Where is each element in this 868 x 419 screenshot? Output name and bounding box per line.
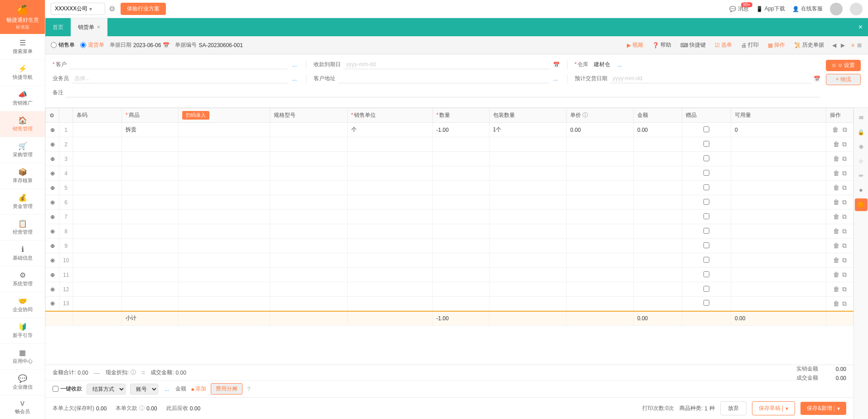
- row-price-12[interactable]: [567, 282, 634, 297]
- add-payment-btn[interactable]: ● 添加: [191, 385, 206, 393]
- row-unit-8[interactable]: [347, 224, 432, 239]
- rp-lock-btn[interactable]: 🔒: [855, 126, 868, 139]
- one-click-checkbox[interactable]: [53, 386, 58, 392]
- row-pkgqty-1[interactable]: 1个: [489, 123, 567, 137]
- gift-checkbox-3[interactable]: [703, 155, 709, 161]
- sidebar-item-purchase[interactable]: 🛒 采购管理: [0, 137, 45, 163]
- copy-icon-3[interactable]: ⧉: [841, 155, 848, 162]
- payment-method-select[interactable]: 结算方式: [87, 384, 126, 395]
- row-barcode-2[interactable]: [73, 137, 122, 152]
- row-goods-12[interactable]: [121, 282, 178, 297]
- sidebar-item-newguide[interactable]: 🔰 新手引导: [0, 318, 45, 344]
- delete-icon-2[interactable]: 🗑: [832, 140, 841, 148]
- gift-checkbox-11[interactable]: [703, 271, 709, 277]
- gift-checkbox-8[interactable]: [703, 228, 709, 234]
- row-qty-8[interactable]: [432, 224, 489, 239]
- row-barcode-10[interactable]: [73, 253, 122, 268]
- trial-button[interactable]: 体验行业方案: [121, 3, 166, 15]
- row-goods-3[interactable]: [121, 152, 178, 166]
- user-avatar[interactable]: [830, 3, 843, 15]
- delete-icon-5[interactable]: 🗑: [832, 184, 841, 191]
- row-price-9[interactable]: [567, 239, 634, 253]
- gift-checkbox-2[interactable]: [703, 141, 709, 147]
- row-settings-7[interactable]: ⊕: [46, 210, 59, 224]
- row-barcode-4[interactable]: [73, 166, 122, 181]
- row-unit-6[interactable]: [347, 195, 432, 210]
- gift-checkbox-4[interactable]: [703, 170, 709, 176]
- sidebar-item-sales[interactable]: 🏠 销售管理: [0, 111, 45, 137]
- row-qty-10[interactable]: [432, 253, 489, 268]
- tab-sales-order[interactable]: 销货单 ×: [71, 18, 107, 36]
- row-gift-13[interactable]: [682, 297, 731, 311]
- radio-return[interactable]: 退货单: [80, 41, 104, 49]
- copy-icon-11[interactable]: ⧉: [841, 271, 848, 278]
- gift-checkbox-5[interactable]: [703, 184, 709, 190]
- row-price-4[interactable]: [567, 166, 634, 181]
- arrears-info-icon[interactable]: ⓘ: [139, 405, 145, 412]
- row-pkgqty-13[interactable]: [489, 297, 567, 311]
- rp-star-btn[interactable]: ☆: [855, 155, 868, 168]
- copy-icon-4[interactable]: ⧉: [841, 169, 848, 177]
- row-unit-7[interactable]: [347, 210, 432, 224]
- payment-account-select[interactable]: 账号: [130, 384, 158, 395]
- row-spec-9[interactable]: [270, 239, 347, 253]
- row-spec-6[interactable]: [270, 195, 347, 210]
- row-unit-9[interactable]: [347, 239, 432, 253]
- row-barcode-9[interactable]: [73, 239, 122, 253]
- shortcut-btn[interactable]: ⌨ 快捷键: [678, 40, 708, 50]
- row-gift-3[interactable]: [682, 152, 731, 166]
- row-settings-11[interactable]: ⊕: [46, 268, 59, 282]
- rp-edit-btn[interactable]: ✏: [855, 169, 868, 182]
- delete-icon-10[interactable]: 🗑: [832, 256, 841, 264]
- goods-type[interactable]: 商品种类: 1 种: [679, 405, 715, 412]
- row-gift-11[interactable]: [682, 268, 731, 282]
- discard-button[interactable]: 放弃: [720, 401, 747, 415]
- nav-next[interactable]: ▶: [839, 41, 847, 49]
- row-gift-6[interactable]: [682, 195, 731, 210]
- save-draft-chevron[interactable]: ▾: [782, 405, 788, 412]
- sidebar-item-member[interactable]: V 畅会员: [0, 395, 45, 419]
- row-pkgqty-5[interactable]: [489, 181, 567, 195]
- row-unit-2[interactable]: [347, 137, 432, 152]
- delete-icon-12[interactable]: 🗑: [832, 285, 841, 293]
- row-settings-12[interactable]: ⊕: [46, 282, 59, 297]
- row-gift-7[interactable]: [682, 210, 731, 224]
- row-settings-13[interactable]: ⊕: [46, 297, 59, 311]
- row-barcode-3[interactable]: [73, 152, 122, 166]
- row-qty-6[interactable]: [432, 195, 489, 210]
- row-gift-12[interactable]: [682, 282, 731, 297]
- tab-close-icon[interactable]: ×: [97, 24, 100, 30]
- col-settings-header[interactable]: ⚙: [46, 108, 59, 123]
- row-qty-3[interactable]: [432, 152, 489, 166]
- row-goods-13[interactable]: [121, 297, 178, 311]
- row-amount-7[interactable]: [633, 210, 682, 224]
- address-ellipsis[interactable]: ...: [552, 76, 560, 82]
- row-settings-6[interactable]: ⊕: [46, 195, 59, 210]
- row-spec-4[interactable]: [270, 166, 347, 181]
- window-close-icon[interactable]: ×: [858, 23, 863, 31]
- payment-calendar-icon[interactable]: 📅: [553, 62, 560, 68]
- gift-checkbox-7[interactable]: [703, 213, 709, 219]
- copy-icon-12[interactable]: ⧉: [841, 285, 848, 293]
- row-amount-1[interactable]: 0.00: [633, 123, 682, 137]
- row-amount-2[interactable]: [633, 137, 682, 152]
- online-service-button[interactable]: 👤 在线客服: [792, 5, 823, 13]
- row-unit-11[interactable]: [347, 268, 432, 282]
- sidebar-item-inventory[interactable]: 📦 库存核算: [0, 163, 45, 189]
- row-spec-3[interactable]: [270, 152, 347, 166]
- row-gift-4[interactable]: [682, 166, 731, 181]
- delete-icon-6[interactable]: 🗑: [832, 198, 841, 206]
- row-amount-8[interactable]: [633, 224, 682, 239]
- row-pkgqty-9[interactable]: [489, 239, 567, 253]
- delete-icon-13[interactable]: 🗑: [832, 300, 841, 307]
- row-goods-11[interactable]: [121, 268, 178, 282]
- customer-ellipsis[interactable]: ...: [291, 62, 299, 68]
- save-new-chevron[interactable]: ▾: [834, 405, 840, 412]
- history-btn[interactable]: 📜 历史单据: [791, 40, 827, 50]
- gift-checkbox-6[interactable]: [703, 199, 709, 205]
- row-spec-13[interactable]: [270, 297, 347, 311]
- row-amount-11[interactable]: [633, 268, 682, 282]
- calendar-icon[interactable]: 📅: [163, 42, 170, 48]
- row-qty-11[interactable]: [432, 268, 489, 282]
- row-price-11[interactable]: [567, 268, 634, 282]
